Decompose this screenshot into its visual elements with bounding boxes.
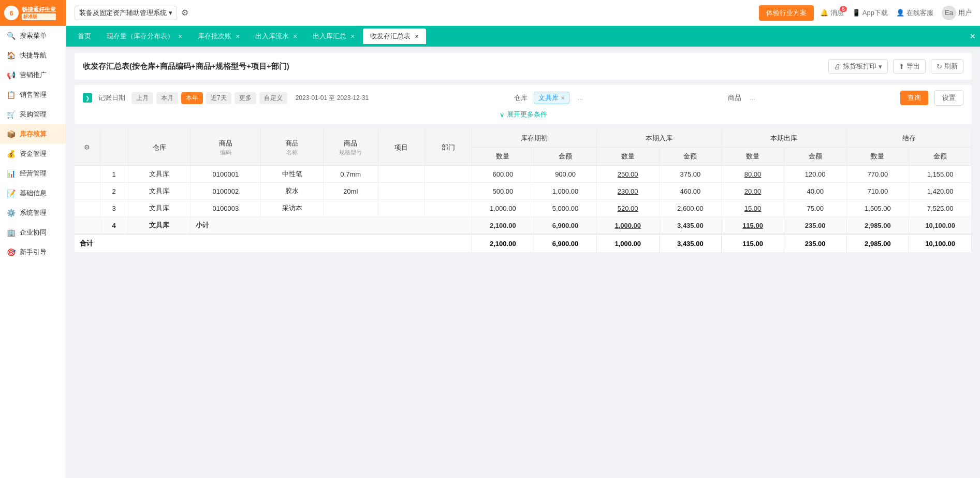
content-area: 收发存汇总表(按仓库+商品编码+商品+规格型号+项目+部门) 🖨 拣货板打印 ▾… xyxy=(66,47,980,478)
sidebar-item-label: 新手引导 xyxy=(20,248,47,257)
main-content: 装备及固定资产辅助管理系统 ▾ ⚙ 体验行业方案 🔔 消息 6 📱 App下载 … xyxy=(66,0,980,478)
sidebar-item-quick-nav[interactable]: 🏠 快捷导航 xyxy=(0,46,66,65)
row-in-amt: 375.00 xyxy=(659,166,722,183)
tab-close-icon[interactable]: ✕ xyxy=(415,34,419,39)
row-warehouse: 文具库 xyxy=(128,183,191,200)
footer-out-amt: 235.00 xyxy=(784,234,846,252)
sales-icon: 📋 xyxy=(6,90,16,99)
sidebar-item-newbie[interactable]: 🎯 新手引导 xyxy=(0,242,66,262)
subtotal-in-qty-link[interactable]: 1,000.00 xyxy=(615,222,641,229)
footer-in-amt: 3,435.00 xyxy=(659,234,722,252)
close-all-tabs-button[interactable]: ✕ xyxy=(970,32,976,40)
topbar: 装备及固定资产辅助管理系统 ▾ ⚙ 体验行业方案 🔔 消息 6 📱 App下载 … xyxy=(66,0,980,26)
row-spec xyxy=(323,200,378,217)
basic-info-icon: 📝 xyxy=(6,189,16,198)
subtotal-in-qty: 1,000.00 xyxy=(596,217,659,235)
sidebar-nav: 🔍 搜索菜单 🏠 快捷导航 📢 营销推广 📋 销售管理 🛒 采购管理 📦 库存核… xyxy=(0,26,66,262)
online-service-button[interactable]: 👤 在线客服 xyxy=(896,8,933,18)
col-code-header: 商品编码 xyxy=(191,129,261,166)
tab-close-icon[interactable]: ✕ xyxy=(350,34,355,39)
sidebar-item-marketing[interactable]: 📢 营销推广 xyxy=(0,65,66,85)
col-in-amt-header: 金额 xyxy=(659,148,722,166)
row-opening-amt: 5,000.00 xyxy=(534,200,597,217)
in-qty-link[interactable]: 520.00 xyxy=(618,205,638,212)
product-more[interactable]: ... xyxy=(750,94,755,102)
footer-out-qty: 115.00 xyxy=(722,234,784,252)
tab---[interactable]: 首页 xyxy=(70,28,98,44)
export-button[interactable]: ⬆ 导出 xyxy=(893,59,926,74)
in-qty-link[interactable]: 250.00 xyxy=(618,170,638,178)
date-option-本年[interactable]: 本年 xyxy=(181,92,203,104)
sidebar-item-enterprise[interactable]: 🏢 企业协同 xyxy=(0,223,66,242)
row-no: 3 xyxy=(100,200,128,217)
purchase-icon: 🛒 xyxy=(6,110,16,119)
sidebar-item-finance[interactable]: 💰 资金管理 xyxy=(0,144,66,164)
out-qty-link[interactable]: 15.00 xyxy=(744,205,762,212)
print-button[interactable]: 🖨 拣货板打印 ▾ xyxy=(828,59,888,74)
expand-icon: ∨ xyxy=(500,111,505,119)
tab-----------[interactable]: 现存量（库存分布表）✕ xyxy=(99,28,189,44)
date-option-近7天[interactable]: 近7天 xyxy=(206,92,231,104)
row-no: 2 xyxy=(100,183,128,200)
filter-expand-icon[interactable]: ❯ xyxy=(83,93,92,103)
col-spec-header: 商品规格型号 xyxy=(323,129,378,166)
sidebar-item-operations[interactable]: 📊 经营管理 xyxy=(0,164,66,183)
subtotal-row: 4 文具库 小计 2,100.00 6,900.00 1,000.00 3,43… xyxy=(75,217,972,235)
date-option-上月[interactable]: 上月 xyxy=(131,92,153,104)
user-button[interactable]: Ea 用户 xyxy=(942,6,972,20)
row-closing-qty: 1,505.00 xyxy=(846,200,909,217)
row-opening-qty: 500.00 xyxy=(472,183,534,200)
sidebar-item-inventory[interactable]: 📦 库存核算 xyxy=(0,124,66,144)
date-option-本月[interactable]: 本月 xyxy=(156,92,178,104)
out-qty-link[interactable]: 80.00 xyxy=(744,170,762,178)
warehouse-tag-close[interactable]: ✕ xyxy=(561,95,565,101)
tab-close-icon[interactable]: ✕ xyxy=(293,34,297,39)
try-button[interactable]: 体验行业方案 xyxy=(759,5,814,21)
sidebar-item-search[interactable]: 🔍 搜索菜单 xyxy=(0,26,66,46)
settings-icon[interactable]: ⚙ xyxy=(181,8,188,18)
tab------[interactable]: 出入库流水✕ xyxy=(248,28,304,44)
expand-conditions-button[interactable]: ∨ 展开更多条件 xyxy=(500,110,547,119)
row-no: 1 xyxy=(100,166,128,183)
table-body: 1 文具库 0100001 中性笔 0.7mm 600.00 900.00 25… xyxy=(75,166,972,235)
tab------[interactable]: 出入库汇总✕ xyxy=(305,28,362,44)
row-project xyxy=(378,183,425,200)
warehouse-tags: 文具库 ✕ xyxy=(534,92,569,104)
filter-settings-button[interactable]: 设置 xyxy=(934,90,963,106)
sidebar-item-sales[interactable]: 📋 销售管理 xyxy=(0,85,66,105)
col-opening-header: 库存期初 xyxy=(472,129,596,148)
in-qty-link[interactable]: 230.00 xyxy=(618,187,638,195)
sidebar-item-purchase[interactable]: 🛒 采购管理 xyxy=(0,105,66,124)
subtotal-in-amt: 3,435.00 xyxy=(659,217,722,235)
subtotal-out-qty-link[interactable]: 115.00 xyxy=(742,222,763,229)
out-qty-link[interactable]: 20.00 xyxy=(744,187,762,195)
row-project xyxy=(378,200,425,217)
date-option-自定义[interactable]: 自定义 xyxy=(259,92,287,104)
row-in-qty: 520.00 xyxy=(596,200,659,217)
col-warehouse-header: 仓库 xyxy=(128,129,191,166)
date-option-更多[interactable]: 更多 xyxy=(235,92,256,104)
tab------[interactable]: 库存批次账✕ xyxy=(191,28,247,44)
refresh-button[interactable]: ↻ 刷新 xyxy=(931,59,963,74)
sidebar-item-label: 资金管理 xyxy=(20,149,47,158)
warehouse-more[interactable]: ... xyxy=(578,94,583,102)
marketing-icon: 📢 xyxy=(6,70,16,80)
tab-close-icon[interactable]: ✕ xyxy=(236,34,240,39)
query-button[interactable]: 查询 xyxy=(900,91,928,105)
app-download-button[interactable]: 📱 App下载 xyxy=(852,8,888,18)
sidebar-item-system[interactable]: ⚙️ 系统管理 xyxy=(0,203,66,223)
tab-close-icon[interactable]: ✕ xyxy=(178,34,182,39)
filter-bar: ❯ 记账日期 上月本月本年近7天更多自定义 2023-01-01 至 2023-… xyxy=(75,85,972,124)
row-spec: 20ml xyxy=(323,183,378,200)
message-button[interactable]: 🔔 消息 6 xyxy=(820,8,844,18)
col-closing-header: 结存 xyxy=(846,129,971,148)
table-header-group: ⚙ 仓库 商品编码 商品名称 商品规格型号 项目 部门 库存期初 本期入库 本期… xyxy=(75,129,972,148)
sidebar-item-basic-info[interactable]: 📝 基础信息 xyxy=(0,183,66,203)
row-code: 0100001 xyxy=(191,166,261,183)
system-select[interactable]: 装备及固定资产辅助管理系统 ▾ xyxy=(75,6,177,20)
row-opening-qty: 1,000.00 xyxy=(472,200,534,217)
column-settings-icon[interactable]: ⚙ xyxy=(75,129,100,166)
sidebar-item-label: 搜索菜单 xyxy=(20,31,47,40)
tab-------[interactable]: 收发存汇总表✕ xyxy=(363,28,426,44)
col-out-header: 本期出库 xyxy=(722,129,846,148)
